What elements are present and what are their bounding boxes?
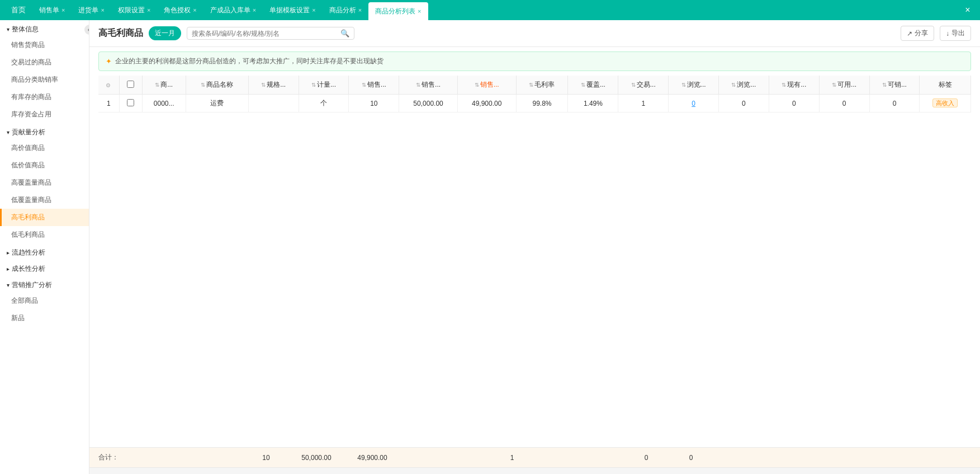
close-sales-tab[interactable]: ×: [61, 7, 65, 13]
sidebar-item-high-coverage[interactable]: 高覆盖量商品: [0, 174, 89, 191]
col-sellable[interactable]: ⇅可销...: [869, 76, 920, 95]
cell-sellable: 0: [869, 95, 920, 112]
total-label: 合计：: [98, 453, 143, 462]
col-gross-margin[interactable]: ⇅毛利率: [516, 76, 568, 95]
col-sales-amount[interactable]: ⇅销售...: [399, 76, 458, 95]
cell-current-stock: 0: [769, 95, 819, 112]
col-settings[interactable]: ⚙: [98, 76, 119, 95]
col-available-stock[interactable]: ⇅可用...: [819, 76, 869, 95]
col-checkbox[interactable]: [119, 76, 142, 95]
cell-browse1[interactable]: 0: [669, 95, 719, 112]
sidebar-group-overall[interactable]: ▾ 整体信息: [0, 20, 89, 36]
nav-product-analysis-list[interactable]: 商品分析列表 ×: [368, 2, 428, 20]
filter-recent-month-button[interactable]: 近一月: [149, 26, 181, 40]
cell-coverage: 1.49%: [568, 95, 618, 112]
sidebar-item-high-value[interactable]: 高价值商品: [0, 139, 89, 157]
high-income-tag: 高收入: [932, 98, 958, 107]
cell-unit: 个: [299, 95, 349, 112]
content-header: 高毛利商品 近一月 🔍 ↗ 分享 ↓ 导出: [89, 20, 980, 47]
cell-checkbox[interactable]: [119, 95, 142, 112]
col-coverage[interactable]: ⇅覆盖...: [568, 76, 618, 95]
footer-sales-amount: 50,000.00: [288, 454, 344, 462]
col-browse1[interactable]: ⇅浏览...: [669, 76, 719, 95]
cell-index: 1: [98, 95, 119, 112]
footer-transaction: 1: [490, 454, 534, 462]
export-button[interactable]: ↓ 导出: [940, 26, 971, 41]
footer-sales-profit: 49,900.00: [344, 454, 400, 462]
cell-spec: [248, 95, 299, 112]
col-current-stock[interactable]: ⇅现有...: [769, 76, 819, 95]
cell-sales-profit: 49,900.00: [457, 95, 516, 112]
nav-product-analysis[interactable]: 商品分析 ×: [323, 0, 368, 20]
close-inbound-tab[interactable]: ×: [253, 7, 256, 13]
row-checkbox[interactable]: [127, 99, 134, 106]
nav-home[interactable]: 首页: [4, 0, 32, 20]
content-area: 高毛利商品 近一月 🔍 ↗ 分享 ↓ 导出 ✦ 企业的主要的利润都是这部分商品创…: [89, 20, 980, 474]
col-tag[interactable]: 标签: [920, 76, 971, 95]
sidebar-item-stock-fund[interactable]: 库存资金占用: [0, 106, 89, 123]
cell-name: 运费: [186, 95, 248, 112]
close-permissions-tab[interactable]: ×: [147, 7, 150, 13]
col-code[interactable]: ⇅商...: [142, 76, 186, 95]
sidebar-group-growth[interactable]: ▸ 成长性分析: [0, 260, 89, 276]
sidebar-item-traded-goods[interactable]: 交易过的商品: [0, 54, 89, 71]
sidebar: « ▾ 整体信息 销售货商品 交易过的商品 商品分类助销率 有库存的商品 库存资…: [0, 20, 89, 474]
arrow-down-icon-3: ▾: [7, 282, 10, 288]
select-all-checkbox[interactable]: [127, 81, 134, 88]
close-purchase-tab[interactable]: ×: [101, 7, 104, 13]
cell-sales-qty: 10: [349, 95, 399, 112]
footer-total: 合计： 10 50,000.00 49,900.00 1 0 0: [89, 447, 980, 467]
close-template-tab[interactable]: ×: [312, 7, 315, 13]
nav-product-inbound[interactable]: 产成品入库单 ×: [203, 0, 263, 20]
sidebar-item-low-coverage[interactable]: 低覆盖量商品: [0, 191, 89, 209]
sidebar-item-in-stock[interactable]: 有库存的商品: [0, 88, 89, 106]
sidebar-item-sales-goods[interactable]: 销售货商品: [0, 36, 89, 54]
search-input[interactable]: [192, 30, 340, 37]
col-spec[interactable]: ⇅规格...: [248, 76, 299, 95]
sidebar-item-low-value[interactable]: 低价值商品: [0, 157, 89, 174]
col-unit[interactable]: ⇅计量...: [299, 76, 349, 95]
cell-code: 0000...: [142, 95, 186, 112]
nav-roles[interactable]: 角色授权 ×: [157, 0, 203, 20]
sidebar-group-marketing[interactable]: ▾ 营销推广分析: [0, 276, 89, 292]
top-navigation: 首页 销售单 × 进货单 × 权限设置 × 角色授权 × 产成品入库单 × 单据…: [0, 0, 980, 20]
nav-template-settings[interactable]: 单据模板设置 ×: [263, 0, 322, 20]
close-roles-tab[interactable]: ×: [193, 7, 196, 13]
nav-purchase[interactable]: 进货单 ×: [72, 0, 111, 20]
data-table-wrapper: ⚙ ⇅商... ⇅商品名称 ⇅规格... ⇅计量... ⇅销售... ⇅销售..…: [89, 76, 980, 447]
share-button[interactable]: ↗ 分享: [901, 26, 934, 41]
arrow-right-icon: ▸: [7, 250, 10, 256]
search-box: 🔍: [187, 27, 354, 40]
close-analysis-tab[interactable]: ×: [358, 7, 362, 13]
close-window-button[interactable]: ×: [960, 2, 976, 18]
sidebar-group-contribution[interactable]: ▾ 贡献量分析: [0, 123, 89, 139]
col-transaction[interactable]: ⇅交易...: [618, 76, 669, 95]
nav-sales[interactable]: 销售单 ×: [32, 0, 72, 20]
share-icon: ↗: [907, 30, 912, 37]
export-icon: ↓: [946, 30, 949, 37]
sidebar-item-new-goods[interactable]: 新品: [0, 309, 89, 327]
sidebar-item-high-margin[interactable]: 高毛利商品: [0, 209, 89, 226]
sidebar-item-low-margin[interactable]: 低毛利商品: [0, 226, 89, 243]
sidebar-item-category-assist[interactable]: 商品分类助销率: [0, 71, 89, 88]
lightbulb-icon: ✦: [106, 57, 112, 65]
col-sales-profit[interactable]: ⇅销售...: [457, 76, 516, 95]
sidebar-item-all-goods[interactable]: 全部商品: [0, 292, 89, 309]
info-tip: ✦ 企业的主要的利润都是这部分商品创造的，可考虑加大推广，同时关注库存是不要出现…: [98, 51, 971, 71]
sidebar-group-trend[interactable]: ▸ 流趋性分析: [0, 243, 89, 260]
horizontal-scrollbar[interactable]: [89, 467, 980, 474]
table-header-row: ⚙ ⇅商... ⇅商品名称 ⇅规格... ⇅计量... ⇅销售... ⇅销售..…: [98, 76, 971, 95]
close-analysis-list-tab[interactable]: ×: [418, 8, 421, 15]
cell-tag: 高收入: [920, 95, 971, 112]
col-browse2[interactable]: ⇅浏览...: [719, 76, 769, 95]
nav-permissions[interactable]: 权限设置 ×: [111, 0, 157, 20]
cell-available-stock: 0: [819, 95, 869, 112]
col-name[interactable]: ⇅商品名称: [186, 76, 248, 95]
arrow-down-icon-2: ▾: [7, 129, 10, 135]
cell-sales-amount: 50,000.00: [399, 95, 458, 112]
cell-gross-margin: 99.8%: [516, 95, 568, 112]
browse1-link[interactable]: 0: [692, 100, 695, 107]
footer-current-stock: 0: [624, 454, 669, 462]
table-row: 1 0000... 运费 个 10 50,000.00 49,900.00 99…: [98, 95, 971, 112]
col-sales-qty[interactable]: ⇅销售...: [349, 76, 399, 95]
